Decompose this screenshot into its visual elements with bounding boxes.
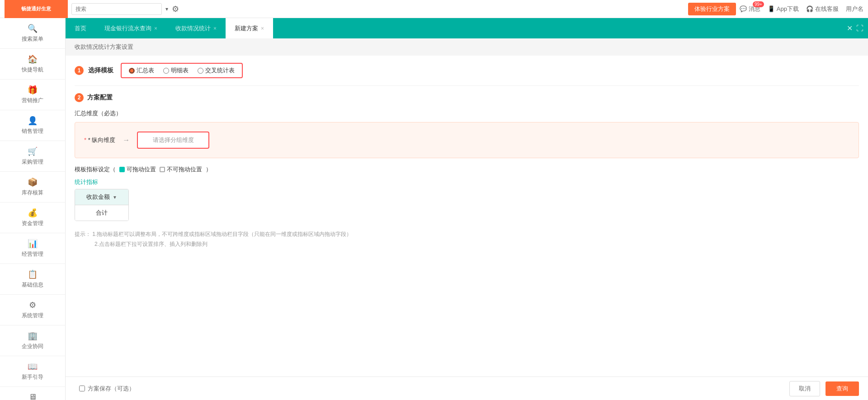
save-checkbox-text: 方案保存（可选）	[88, 385, 135, 393]
indicator-dropdown-icon[interactable]: ▼	[113, 195, 117, 200]
save-checkbox[interactable]	[79, 386, 85, 391]
trial-button[interactable]: 体验行业方案	[688, 3, 736, 15]
tab-new-plan-close[interactable]: ×	[261, 25, 264, 32]
cart-icon: 🛒	[28, 146, 38, 156]
dimension-row: * * 纵向维度 → 请选择分组维度	[84, 132, 849, 149]
query-button[interactable]: 查询	[826, 381, 859, 396]
draggable-label: 可拖动位置	[127, 165, 156, 174]
non-draggable-badge	[160, 167, 165, 172]
tab-cashflow-close[interactable]: ×	[154, 25, 157, 32]
service-label: 在线客服	[815, 5, 839, 13]
tabbar-end: ✕ ⛶	[847, 24, 868, 33]
vertical-dimension-label: * * 纵向维度	[84, 136, 115, 144]
sidebar-item-finance[interactable]: 💰 资金管理	[0, 202, 65, 233]
sidebar-item-inventory-label: 库存核算	[22, 189, 43, 197]
topbar-actions: 💬 消息 99+ 📱 App下载 🎧 在线客服 用户名	[740, 5, 863, 13]
service-area[interactable]: 🎧 在线客服	[806, 5, 839, 13]
tab-cashflow-label: 现金银行流水查询	[104, 24, 151, 33]
radio-mingxi[interactable]: 明细表	[163, 66, 189, 75]
sidebar-item-management-label: 经营管理	[22, 250, 43, 258]
page-content: 收款情况统计方案设置 1 选择模板 汇总表	[66, 38, 868, 376]
indicator-section-title: 统计指标	[75, 178, 859, 186]
dimension-select[interactable]: 请选择分组维度	[137, 132, 209, 149]
notification-badge: 99+	[753, 1, 764, 7]
sidebar-item-purchase-label: 采购管理	[22, 158, 43, 166]
chart-icon: 📊	[28, 239, 38, 249]
tip-2: 2.点击标题栏下拉可设置排序、插入列和删除列	[75, 240, 859, 249]
gear-icon[interactable]: ⚙	[172, 4, 179, 14]
breadcrumb-text: 收款情况统计方案设置	[75, 43, 133, 50]
sidebar-item-purchase[interactable]: 🛒 采购管理	[0, 141, 65, 172]
maximize-icon[interactable]: ⛶	[856, 24, 863, 33]
draggable-badge	[119, 167, 125, 172]
sidebar-item-basic-label: 基础信息	[22, 281, 43, 289]
sidebar-item-basic[interactable]: 📋 基础信息	[0, 264, 65, 295]
tab-collection[interactable]: 收款情况统计 ×	[166, 18, 226, 38]
sidebar-item-search[interactable]: 🔍 搜索菜单	[0, 18, 65, 49]
building-icon: 🏢	[28, 331, 38, 341]
non-draggable-label: 不可拖动位置	[167, 165, 202, 174]
sidebar-item-nav-label: 快捷导航	[22, 66, 43, 74]
tabbar: 首页 现金银行流水查询 × 收款情况统计 × 新建方案 × ✕ ⛶	[66, 18, 868, 38]
indicator-table: 收款金额 ▼ 合计	[75, 189, 129, 221]
step2-header: 2 方案配置	[75, 93, 859, 102]
radio-jiaocha[interactable]: 交叉统计表	[198, 66, 235, 75]
bottom-bar: 方案保存（可选） 取消 查询	[66, 376, 868, 400]
tab-new-plan-label: 新建方案	[235, 24, 258, 33]
download-icon: 📱	[768, 5, 775, 12]
sidebar-item-marketing[interactable]: 🎁 营销推广	[0, 80, 65, 110]
tip-1: 提示： 1.拖动标题栏可以调整布局，不可跨维度或指标区域拖动栏目字段（只能在同一…	[75, 230, 859, 240]
topbar: 畅捷通好生意 ▾ ⚙ 体验行业方案 💬 消息 99+ 📱 App下载 🎧 在线客…	[0, 0, 868, 18]
download-label: App下载	[777, 5, 799, 13]
message-icon: 💬	[740, 5, 747, 12]
book-icon: 📖	[28, 362, 38, 372]
sidebar-item-finance-label: 资金管理	[22, 220, 43, 227]
sidebar-item-enterprise-label: 企业协同	[22, 343, 43, 350]
search-dropdown-icon[interactable]: ▾	[165, 6, 168, 12]
tab-home-label: 首页	[75, 24, 86, 33]
radio-huizong[interactable]: 汇总表	[129, 66, 154, 75]
indicator-col-header-text: 收款金额	[86, 193, 110, 201]
notification-icon[interactable]: 💬 消息 99+	[740, 5, 760, 13]
sidebar-item-sales[interactable]: 👤 销售管理	[0, 110, 65, 141]
user-name[interactable]: 用户名	[846, 5, 863, 13]
divider1	[75, 85, 859, 86]
service-icon: 🎧	[806, 5, 813, 12]
close-window-icon[interactable]: ✕	[847, 24, 853, 33]
indicator-table-cell: 合计	[75, 205, 128, 221]
monitor-icon: 🖥	[28, 392, 37, 400]
cancel-button[interactable]: 取消	[789, 381, 820, 396]
sidebar-item-guide[interactable]: 📖 新手引导	[0, 356, 65, 387]
sidebar-item-marketing-label: 营销推广	[22, 97, 43, 104]
sidebar-item-inventory[interactable]: 📦 库存核算	[0, 172, 65, 202]
step1-number: 1	[75, 66, 84, 75]
indicator-section: 模板指标设定（ 可拖动位置 不可拖动位置 ）	[75, 165, 859, 222]
tab-new-plan[interactable]: 新建方案 ×	[226, 18, 273, 38]
step2-title: 方案配置	[87, 94, 113, 102]
sidebar-item-enterprise[interactable]: 🏢 企业协同	[0, 325, 65, 356]
breadcrumb: 收款情况统计方案设置	[66, 38, 868, 56]
dimension-area: * * 纵向维度 → 请选择分组维度	[75, 122, 859, 158]
download-area[interactable]: 📱 App下载	[768, 5, 799, 13]
sidebar-item-management[interactable]: 📊 经营管理	[0, 233, 65, 264]
step1-title: 选择模板	[88, 66, 113, 75]
sidebar-item-search-label: 搜索菜单	[22, 35, 43, 43]
config-section: 汇总维度（必选） * * 纵向维度 → 请选择分组维度	[75, 109, 859, 158]
sidebar-item-nav[interactable]: 🏠 快捷导航	[0, 49, 65, 80]
logo-text: 畅捷通好生意	[21, 5, 51, 12]
sidebar-item-system[interactable]: ⚙ 系统管理	[0, 295, 65, 325]
tab-home[interactable]: 首页	[66, 18, 95, 38]
sidebar-item-hardware[interactable]: 🖥 智能硬件	[0, 387, 65, 400]
save-checkbox-label[interactable]: 方案保存（可选）	[79, 385, 135, 393]
sidebar: 🔍 搜索菜单 🏠 快捷导航 🎁 营销推广 👤 销售管理 🛒 采购管理 📦 库存核…	[0, 18, 66, 400]
sidebar-item-guide-label: 新手引导	[22, 373, 43, 381]
tips-section: 提示： 1.拖动标题栏可以调整布局，不可跨维度或指标区域拖动栏目字段（只能在同一…	[75, 230, 859, 249]
tab-collection-close[interactable]: ×	[213, 25, 217, 32]
list-icon: 📋	[28, 269, 38, 279]
app-logo: 畅捷通好生意	[5, 0, 68, 18]
search-input[interactable]	[71, 3, 162, 15]
home-icon: 🏠	[28, 54, 38, 64]
tab-cashflow[interactable]: 现金银行流水查询 ×	[95, 18, 166, 38]
indicator-table-header[interactable]: 收款金额 ▼	[75, 189, 128, 205]
gift-icon: 🎁	[28, 85, 38, 95]
